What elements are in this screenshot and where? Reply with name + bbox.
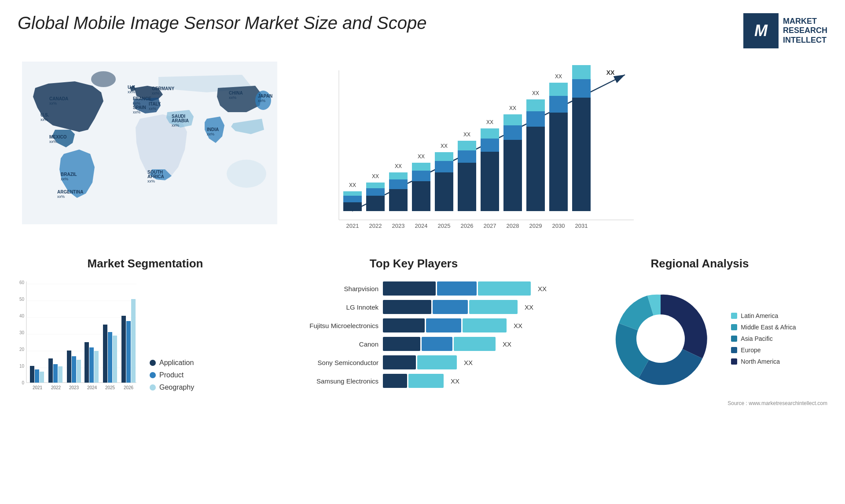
svg-rect-62 xyxy=(458,141,476,150)
regional-legend: Latin America Middle East & Africa Asia … xyxy=(731,312,796,365)
players-list: Sharpvision XX LG Innotek XX Fujitsu xyxy=(290,277,537,388)
player-bars-canon xyxy=(383,337,496,351)
svg-rect-69 xyxy=(503,125,522,140)
svg-text:JAPAN: JAPAN xyxy=(258,94,272,99)
svg-rect-45 xyxy=(366,188,385,196)
svg-rect-80 xyxy=(572,98,591,211)
svg-rect-49 xyxy=(389,179,408,189)
player-row-fujitsu: Fujitsu Microelectronics XX xyxy=(290,318,537,332)
bar-dark xyxy=(383,300,431,314)
player-name-lginnotek: LG Innotek xyxy=(290,303,378,311)
svg-text:2023: 2023 xyxy=(69,385,79,390)
player-bars-sony xyxy=(383,355,457,369)
player-name-canon: Canon xyxy=(290,340,378,348)
player-row-lginnotek: LG Innotek XX xyxy=(290,300,537,314)
key-players-section: Top Key Players Sharpvision XX LG Innote… xyxy=(282,257,546,409)
bar-light xyxy=(478,281,531,296)
north-america-dot xyxy=(731,358,737,365)
legend-europe: Europe xyxy=(731,347,796,354)
svg-text:XX: XX xyxy=(395,163,402,169)
svg-text:ARGENTINA: ARGENTINA xyxy=(57,190,83,194)
svg-rect-48 xyxy=(389,189,408,211)
svg-point-134 xyxy=(636,314,685,363)
north-america-label: North America xyxy=(741,358,780,365)
svg-text:xx%: xx% xyxy=(147,179,155,183)
svg-text:2022: 2022 xyxy=(51,385,61,390)
svg-text:2026: 2026 xyxy=(461,223,474,229)
page-title: Global Mobile Image Sensor Market Size a… xyxy=(18,13,426,33)
svg-rect-41 xyxy=(343,196,362,202)
segmentation-legend: Application Product Geography xyxy=(150,359,194,400)
legend-latin-america: Latin America xyxy=(731,312,796,319)
player-name-samsung: Samsung Electronics xyxy=(290,377,378,385)
asia-pacific-dot xyxy=(731,336,737,342)
svg-text:XX: XX xyxy=(509,105,516,111)
header: Global Mobile Image Sensor Market Size a… xyxy=(0,0,845,57)
player-val-sony: XX xyxy=(464,359,473,366)
svg-text:2031: 2031 xyxy=(575,223,588,229)
legend-asia-pacific: Asia Pacific xyxy=(731,335,796,342)
svg-text:XX: XX xyxy=(418,153,425,160)
svg-text:2025: 2025 xyxy=(438,223,451,229)
application-label: Application xyxy=(159,359,194,367)
product-label: Product xyxy=(159,371,184,379)
map-section: CANADA xx% U.S. xx% MEXICO xx% BRAZIL xx… xyxy=(13,57,299,252)
logo-area: M MARKET RESEARCH INTELLECT xyxy=(743,13,827,48)
svg-rect-131 xyxy=(126,321,131,383)
svg-text:XX: XX xyxy=(532,90,539,96)
svg-rect-76 xyxy=(549,113,568,211)
bar-dark xyxy=(383,281,436,296)
logo-icon: M xyxy=(743,13,779,48)
svg-rect-115 xyxy=(53,364,58,383)
geography-dot xyxy=(150,384,156,391)
player-name-fujitsu: Fujitsu Microelectronics xyxy=(290,322,378,329)
latin-america-label: Latin America xyxy=(741,312,778,319)
segmentation-title: Market Segmentation xyxy=(9,257,282,270)
svg-text:XX: XX xyxy=(349,182,356,188)
svg-text:INDIA: INDIA xyxy=(207,127,219,132)
svg-text:2024: 2024 xyxy=(87,385,97,390)
svg-text:2022: 2022 xyxy=(369,223,382,229)
svg-text:2030: 2030 xyxy=(552,223,565,229)
svg-text:xx%: xx% xyxy=(49,139,57,144)
svg-text:BRAZIL: BRAZIL xyxy=(61,172,77,177)
svg-text:XX: XX xyxy=(441,143,448,149)
svg-rect-119 xyxy=(72,356,76,383)
svg-text:ARABIA: ARABIA xyxy=(172,118,189,123)
svg-text:2021: 2021 xyxy=(33,385,43,390)
svg-text:xx%: xx% xyxy=(229,95,236,100)
player-val-samsung: XX xyxy=(451,377,459,385)
svg-text:2028: 2028 xyxy=(507,223,519,229)
svg-text:XX: XX xyxy=(372,173,379,179)
svg-rect-132 xyxy=(131,299,136,383)
svg-rect-120 xyxy=(77,360,81,383)
player-row-sharpvision: Sharpvision XX xyxy=(290,281,537,296)
bar-mid xyxy=(437,281,477,296)
europe-label: Europe xyxy=(741,347,760,354)
svg-text:0: 0 xyxy=(22,380,24,385)
svg-rect-110 xyxy=(30,366,34,383)
source-text: Source : www.marketresearchintellect.com xyxy=(555,396,845,409)
bar-light xyxy=(408,374,444,388)
player-row-samsung: Samsung Electronics XX xyxy=(290,374,537,388)
svg-rect-123 xyxy=(89,347,94,383)
svg-text:CHINA: CHINA xyxy=(229,91,243,95)
svg-rect-122 xyxy=(84,342,89,383)
svg-text:50: 50 xyxy=(19,297,25,302)
legend-application: Application xyxy=(150,359,194,367)
regional-title: Regional Analysis xyxy=(555,257,845,270)
svg-rect-112 xyxy=(40,372,44,383)
svg-rect-56 xyxy=(435,172,453,211)
regional-donut-chart xyxy=(603,281,718,396)
svg-text:XX: XX xyxy=(463,131,470,138)
svg-text:2023: 2023 xyxy=(392,223,405,229)
svg-rect-124 xyxy=(94,351,99,383)
player-row-sony: Sony Semiconductor XX xyxy=(290,355,537,369)
svg-rect-46 xyxy=(366,183,385,188)
svg-rect-82 xyxy=(572,65,591,79)
bar-mid xyxy=(426,318,461,332)
svg-rect-53 xyxy=(412,171,430,181)
svg-text:xx%: xx% xyxy=(40,117,48,122)
segmentation-chart-container: 0 10 20 30 40 50 60 2021 xyxy=(9,277,282,400)
bar-mid xyxy=(433,300,468,314)
